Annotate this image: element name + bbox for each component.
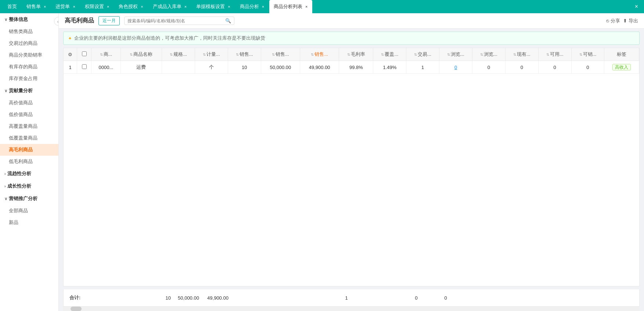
- chevron-right-icon: ›: [4, 171, 6, 176]
- search-input[interactable]: [127, 18, 225, 23]
- content-header: 高毛利商品 近一月 🔍 ⎋ 分享 ⬆ 导出: [59, 13, 644, 29]
- col-current-stock[interactable]: ⇅现有...: [505, 48, 538, 61]
- close-icon[interactable]: ×: [228, 4, 230, 9]
- footer-spacer: [233, 296, 291, 300]
- close-icon[interactable]: ×: [262, 4, 264, 9]
- sidebar-item-high-coverage[interactable]: 高覆盖量商品: [0, 120, 58, 132]
- cell-sales-cost: 49,900.00: [300, 61, 339, 74]
- col-browse1[interactable]: ⇅浏览...: [439, 48, 472, 61]
- close-icon[interactable]: ×: [184, 4, 187, 9]
- footer-sales-cost: 49,900.00: [203, 293, 233, 303]
- date-filter-button[interactable]: 近一月: [98, 16, 120, 25]
- col-sales-qty[interactable]: ⇅销售...: [228, 48, 261, 61]
- notice-icon: ✦: [68, 36, 72, 41]
- cell-code: 0000...: [91, 61, 120, 74]
- col-gross-margin[interactable]: ⇅毛利率: [339, 48, 373, 61]
- tab-template-settings[interactable]: 单据模板设置 ×: [192, 0, 234, 13]
- scroll-thumb[interactable]: [71, 307, 82, 311]
- sidebar-section-contribution[interactable]: ∨ 贡献量分析: [0, 84, 58, 97]
- sidebar-item-sales-goods[interactable]: 销售类商品: [0, 26, 58, 37]
- cell-unit: 个: [195, 61, 228, 74]
- export-button[interactable]: ⬆ 导出: [623, 18, 638, 24]
- footer-trade: 1: [291, 293, 402, 303]
- select-all-checkbox[interactable]: [82, 51, 87, 56]
- top-navigation: 首页 销售单 × 进货单 × 权限设置 × 角色授权 × 产成品入库单 × 单据…: [0, 0, 644, 13]
- sidebar-item-traded-goods[interactable]: 交易过的商品: [0, 37, 58, 49]
- sidebar-section-marketing[interactable]: ∨ 营销推广分析: [0, 192, 58, 205]
- chevron-down-icon: ∨: [4, 17, 7, 22]
- sidebar: « ∨ 整体信息 销售类商品 交易过的商品 商品分类助销率 有库存的商品 库存资…: [0, 13, 59, 311]
- close-icon[interactable]: ×: [141, 4, 143, 9]
- content-area: 高毛利商品 近一月 🔍 ⎋ 分享 ⬆ 导出 ✦ 企业的主要的利润都是这部分商品创…: [59, 13, 644, 311]
- col-code[interactable]: ⇅商...: [91, 48, 120, 61]
- close-icon[interactable]: ×: [305, 4, 307, 9]
- tab-product-inbound[interactable]: 产成品入库单 ×: [148, 0, 191, 13]
- sidebar-section-growth[interactable]: › 成长性分析: [0, 180, 58, 192]
- col-trade[interactable]: ⇅交易...: [406, 48, 439, 61]
- tab-sales-order[interactable]: 销售单 ×: [22, 0, 50, 13]
- share-button[interactable]: ⎋ 分享: [606, 18, 620, 24]
- footer-sellable: 0: [431, 293, 460, 303]
- col-browse2[interactable]: ⇅浏览...: [472, 48, 505, 61]
- col-name[interactable]: ⇅商品名称: [120, 48, 162, 61]
- cell-sales-amt: 50,000.00: [261, 61, 300, 74]
- footer-label: 合计:: [64, 292, 100, 303]
- col-sales-amt[interactable]: ⇅销售...: [261, 48, 300, 61]
- cell-sellable: 0: [571, 61, 604, 74]
- sidebar-item-all-goods[interactable]: 全部商品: [0, 205, 58, 217]
- cell-sales-qty: 10: [228, 61, 261, 74]
- horizontal-scrollbar[interactable]: [63, 307, 640, 311]
- sidebar-item-low-coverage[interactable]: 低覆盖量商品: [0, 132, 58, 144]
- sidebar-item-high-value[interactable]: 高价值商品: [0, 97, 58, 109]
- settings-icon[interactable]: ⚙: [68, 52, 72, 57]
- sidebar-section-overall[interactable]: ∨ 整体信息: [0, 13, 58, 26]
- cell-checkbox: [77, 61, 91, 74]
- window-close-icon[interactable]: ×: [632, 3, 641, 10]
- sidebar-item-new-goods[interactable]: 新品: [0, 217, 58, 228]
- col-settings[interactable]: ⚙: [64, 48, 77, 61]
- tab-product-analysis[interactable]: 商品分析 ×: [235, 0, 269, 13]
- cell-available: 0: [538, 61, 571, 74]
- tab-product-analysis-list[interactable]: 商品分析列表 ×: [269, 0, 312, 13]
- cell-coverage: 1.49%: [373, 61, 406, 74]
- sidebar-item-low-value[interactable]: 低价值商品: [0, 109, 58, 120]
- search-icon[interactable]: 🔍: [225, 18, 231, 23]
- col-coverage[interactable]: ⇅覆盖...: [373, 48, 406, 61]
- table-row: 1 0000... 运费 个 10 50,000.00 49,900.00 99…: [64, 61, 639, 74]
- cell-gross-margin: 99.8%: [339, 61, 373, 74]
- close-icon[interactable]: ×: [73, 4, 75, 9]
- close-icon[interactable]: ×: [44, 4, 46, 9]
- cell-tag: 高收入: [604, 61, 639, 74]
- sidebar-item-stock-capital[interactable]: 库存资金占用: [0, 73, 58, 84]
- tab-purchase-order[interactable]: 进货单 ×: [51, 0, 79, 13]
- col-unit[interactable]: ⇅计量...: [195, 48, 228, 61]
- col-sellable[interactable]: ⇅可销...: [571, 48, 604, 61]
- table-footer: 合计: 10 50,000.00 49,900.00 1 0 0: [63, 289, 640, 307]
- col-checkbox: [77, 48, 91, 61]
- sidebar-item-low-margin[interactable]: 低毛利商品: [0, 156, 58, 167]
- row-checkbox[interactable]: [82, 64, 87, 69]
- cell-browse1[interactable]: 0: [439, 61, 472, 74]
- tab-home[interactable]: 首页: [3, 0, 21, 13]
- cell-name: 运费: [120, 61, 162, 74]
- search-box: 🔍: [124, 17, 234, 25]
- chevron-down-icon: ∨: [4, 88, 7, 93]
- sidebar-item-high-margin[interactable]: 高毛利商品: [0, 144, 58, 156]
- col-available[interactable]: ⇅可用...: [538, 48, 571, 61]
- export-icon: ⬆: [623, 18, 627, 23]
- sidebar-item-stock-goods[interactable]: 有库存的商品: [0, 61, 58, 73]
- col-sales-cost[interactable]: ⇅销售...: [300, 48, 339, 61]
- footer-sales-amt: 50,000.00: [174, 293, 203, 303]
- cell-current-stock: 0: [505, 61, 538, 74]
- tab-permission-settings[interactable]: 权限设置 ×: [80, 0, 114, 13]
- header-actions: ⎋ 分享 ⬆ 导出: [606, 18, 638, 24]
- close-icon[interactable]: ×: [107, 4, 109, 9]
- cell-browse2: 0: [472, 61, 505, 74]
- tab-role-auth[interactable]: 角色授权 ×: [114, 0, 147, 13]
- data-table: ⚙ ⇅商... ⇅商品名称 ⇅规格... ⇅计量... ⇅销售... ⇅销售..…: [64, 48, 639, 74]
- col-spec[interactable]: ⇅规格...: [162, 48, 195, 61]
- col-tag: 标签: [604, 48, 639, 61]
- sidebar-section-trend[interactable]: › 流趋性分析: [0, 167, 58, 180]
- data-table-container[interactable]: ⚙ ⇅商... ⇅商品名称 ⇅规格... ⇅计量... ⇅销售... ⇅销售..…: [63, 48, 640, 286]
- sidebar-item-category-rate[interactable]: 商品分类助销率: [0, 49, 58, 61]
